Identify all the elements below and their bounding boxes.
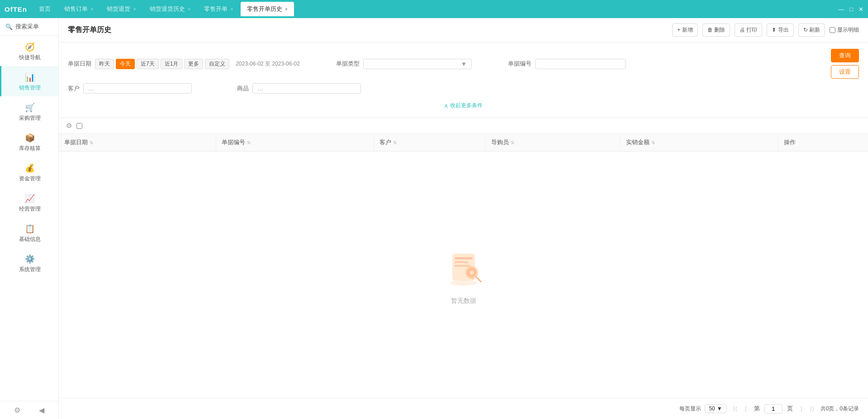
bill-type-label: 单据类型 (336, 60, 360, 68)
sidebar-item-finance[interactable]: 💰资金管理 (0, 157, 58, 187)
tab-sales-return[interactable]: 销货退货 × (100, 2, 142, 16)
page-nav: ⟨⟨ ⟨ 第 页 ⟩ ⟩⟩ (730, 404, 817, 414)
col-sort-customer[interactable]: 客户⇅ (379, 138, 480, 146)
main-layout: 🔍 搜索采单 🧭快捷导航📊销售管理🛒采购管理📦库存核算💰资金管理📈经营管理📋基础… (0, 18, 868, 419)
bill-no-filter-group: 单据编号 (508, 59, 626, 69)
bill-no-input[interactable] (535, 59, 626, 69)
page-input[interactable] (764, 404, 783, 414)
collapse-sidebar-icon[interactable]: ◀ (39, 406, 44, 414)
collapse-button[interactable]: ∧ 收起更多条件 (440, 100, 487, 111)
setting-button[interactable]: 设置 (831, 65, 859, 79)
date-buttons: 昨天今天近7天近1月更多自定义 (95, 59, 229, 69)
close-btn[interactable]: ✕ (859, 6, 863, 13)
bill-type-select[interactable]: ▼ (363, 59, 472, 69)
col-header-number[interactable]: 单据编号⇅ (216, 134, 374, 151)
tab-label-sales-return-history: 销货退货历史 (150, 5, 185, 13)
tab-retail-history[interactable]: 零售开单历史 × (241, 2, 294, 16)
collapse-row: ∧ 收起更多条件 (68, 98, 859, 111)
display-cols-label[interactable]: 显示明细 (830, 26, 859, 34)
page-size-arrow: ▼ (717, 405, 722, 412)
sales-mgmt-icon: 📊 (25, 72, 35, 82)
tab-close-retail-open[interactable]: × (230, 6, 233, 12)
date-btn-custom[interactable]: 自定义 (205, 59, 229, 69)
sidebar-label-sales-mgmt: 销售管理 (19, 84, 41, 92)
quick-nav-icon: 🧭 (25, 42, 35, 52)
last-page-btn[interactable]: ⟩⟩ (807, 405, 817, 413)
filter-row-1: 单据日期 昨天今天近7天近1月更多自定义 2023-06-02 至 2023-0… (68, 49, 859, 79)
page-title: 零售开单历史 (68, 25, 111, 35)
svg-line-7 (476, 277, 481, 282)
svg-rect-3 (455, 261, 468, 263)
col-label-customer: 客户 (379, 138, 391, 146)
sidebar-item-quick-nav[interactable]: 🧭快捷导航 (0, 36, 58, 66)
table-area: ⚙ 单据日期⇅单据编号⇅客户⇅导购员⇅实销金额⇅操作 (59, 118, 868, 398)
svg-rect-2 (455, 257, 473, 259)
col-sort-amount[interactable]: 实销金额⇅ (626, 138, 773, 146)
date-btn-more[interactable]: 更多 (184, 59, 203, 69)
refresh-button[interactable]: ↻ 刷新 (798, 24, 825, 37)
collapse-up-icon: ∧ (444, 103, 448, 109)
date-btn-today[interactable]: 今天 (116, 59, 135, 69)
date-range: 2023-06-02 至 2023-06-02 (236, 60, 299, 68)
brand-text: OfTEn (5, 5, 27, 13)
tab-close-sales-return-history[interactable]: × (188, 6, 190, 12)
sidebar-label-purchase-mgmt: 采购管理 (19, 114, 41, 122)
tab-close-sales-return[interactable]: × (133, 6, 136, 12)
basic-info-icon: 📋 (25, 224, 35, 234)
col-sort-guide[interactable]: 导购员⇅ (491, 138, 615, 146)
select-all-checkbox[interactable] (76, 123, 82, 129)
product-input[interactable]: … (252, 83, 361, 94)
sidebar-item-sales-mgmt[interactable]: 📊销售管理 (0, 66, 58, 96)
customer-input[interactable]: … (83, 83, 192, 94)
tab-sales-return-history[interactable]: 销货退货历史 × (143, 2, 197, 16)
sidebar-item-operations[interactable]: 📈经营管理 (0, 187, 58, 217)
table-settings-icon[interactable]: ⚙ (66, 122, 72, 130)
minimize-btn[interactable]: — (838, 6, 844, 13)
maximize-btn[interactable]: □ (849, 6, 853, 13)
tab-close-sales-order[interactable]: × (90, 6, 93, 12)
product-filter-group: 商品 … (237, 83, 361, 94)
col-header-customer[interactable]: 客户⇅ (374, 134, 485, 151)
display-cols-checkbox[interactable] (830, 27, 835, 33)
date-btn-last7[interactable]: 近7天 (137, 59, 159, 69)
tab-sales-order[interactable]: 销售订单 × (58, 2, 100, 16)
pagination: 每页显示 50 ▼ ⟨⟨ ⟨ 第 页 ⟩ ⟩⟩ 共0页，0条记录 (59, 398, 868, 419)
col-label-guide: 导购员 (491, 138, 509, 146)
table-toolbar: ⚙ (59, 118, 868, 134)
col-sort-date[interactable]: 单据日期⇅ (64, 138, 210, 146)
sidebar-item-basic-info[interactable]: 📋基础信息 (0, 217, 58, 248)
date-btn-last_month[interactable]: 近1月 (161, 59, 183, 69)
next-page-btn[interactable]: ⟩ (797, 405, 805, 413)
sidebar-items: 🧭快捷导航📊销售管理🛒采购管理📦库存核算💰资金管理📈经营管理📋基础信息⚙️系统管… (0, 36, 58, 278)
print-button[interactable]: 🖨 打印 (735, 24, 762, 37)
col-header-guide[interactable]: 导购员⇅ (486, 134, 621, 151)
bill-no-label: 单据编号 (508, 60, 531, 68)
prev-page-btn[interactable]: ⟨ (742, 405, 749, 413)
sidebar-search-label: 搜索采单 (15, 23, 39, 31)
page-size-value: 50 (709, 405, 715, 412)
col-sort-number[interactable]: 单据编号⇅ (222, 138, 368, 146)
tab-retail-open[interactable]: 零售开单 × (198, 2, 239, 16)
sidebar-bottom: ⚙ ◀ (0, 401, 58, 419)
sidebar-item-sys-mgmt[interactable]: ⚙️系统管理 (0, 248, 58, 278)
sidebar-search[interactable]: 🔍 搜索采单 (0, 18, 58, 36)
page-size-select[interactable]: 50 ▼ (705, 404, 726, 413)
first-page-btn[interactable]: ⟨⟨ (730, 405, 740, 413)
sidebar-item-purchase-mgmt[interactable]: 🛒采购管理 (0, 96, 58, 127)
col-header-date[interactable]: 单据日期⇅ (59, 134, 216, 151)
add-button[interactable]: + 新增 (672, 24, 697, 37)
tab-close-retail-history[interactable]: × (285, 6, 288, 12)
tab-home[interactable]: 首页 (33, 2, 57, 16)
tabs-container: 首页销售订单 ×销货退货 ×销货退货历史 ×零售开单 ×零售开单历史 × (33, 2, 294, 16)
tab-bar: OfTEn 首页销售订单 ×销货退货 ×销货退货历史 ×零售开单 ×零售开单历史… (5, 2, 838, 16)
per-page-label: 每页显示 (679, 405, 701, 413)
settings-icon[interactable]: ⚙ (14, 406, 20, 414)
col-header-amount[interactable]: 实销金额⇅ (621, 134, 778, 151)
sidebar-item-inventory[interactable]: 📦库存核算 (0, 127, 58, 157)
delete-button[interactable]: 🗑 删除 (702, 24, 730, 37)
sort-icon-date: ⇅ (90, 140, 93, 145)
query-button[interactable]: 查询 (831, 49, 859, 62)
export-button[interactable]: ⬆ 导出 (767, 24, 793, 37)
empty-text: 暂无数据 (451, 297, 476, 305)
date-btn-yesterday[interactable]: 昨天 (95, 59, 114, 69)
